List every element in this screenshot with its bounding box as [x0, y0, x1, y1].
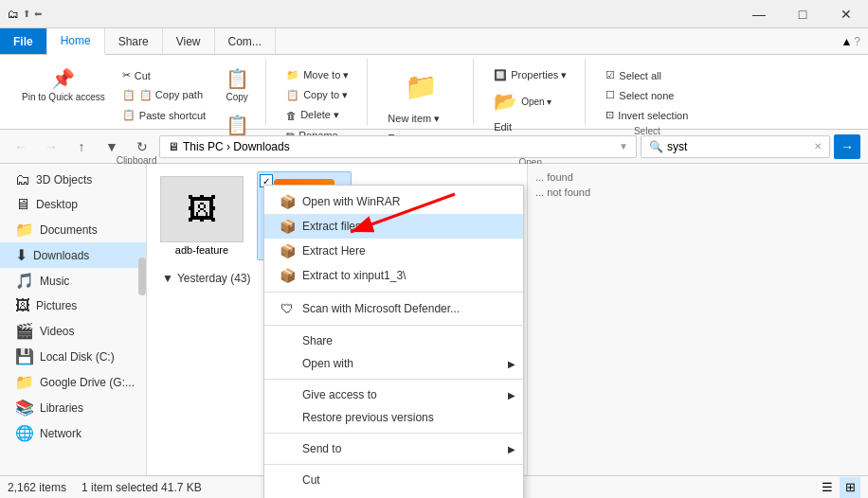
close-button[interactable]: ✕: [824, 0, 868, 28]
new-folder-button[interactable]: 📁: [381, 66, 461, 108]
search-input[interactable]: [667, 140, 810, 153]
extract-here-icon: 📦: [280, 243, 295, 258]
context-extract-to[interactable]: 📦 Extract to xinput1_3\: [264, 263, 523, 288]
libraries-icon: 📚: [15, 399, 34, 417]
network-icon: 🌐: [15, 424, 34, 442]
sidebar-item-videos[interactable]: 🎬 Videos: [0, 318, 146, 344]
title-bar-controls: — □ ✕: [737, 0, 868, 28]
address-icon: 🖥: [168, 140, 179, 153]
sidebar-item-libraries[interactable]: 📚 Libraries: [0, 395, 146, 420]
open-button[interactable]: 📂 Open ▾: [487, 86, 573, 116]
cut-button[interactable]: ✂ Cut: [116, 66, 212, 84]
invert-selection-button[interactable]: ⊡ Invert selection: [599, 106, 695, 124]
local-disk-icon: 💾: [15, 347, 34, 365]
search-go-button[interactable]: →: [834, 134, 860, 159]
organize-group: 📁 Move to ▾ 📋 Copy to ▾ 🗑 Delete ▾ ✏ Ren…: [268, 59, 368, 125]
details-view-button[interactable]: ☰: [817, 477, 838, 498]
open-with-label: Open with: [302, 357, 353, 370]
select-all-button[interactable]: ☑ Select all: [599, 66, 695, 84]
new-inner: 📁 New item ▾ Easy access ▾: [381, 59, 461, 148]
sidebar-item-desktop-label: Desktop: [36, 198, 78, 211]
context-extract-here[interactable]: 📦 Extract Here: [264, 239, 523, 263]
sidebar-item-network-label: Network: [40, 427, 81, 440]
edit-button[interactable]: Edit: [487, 118, 573, 135]
context-cut[interactable]: Cut: [264, 469, 523, 491]
address-path[interactable]: 🖥 This PC › Downloads ▼: [159, 135, 637, 158]
context-open-with[interactable]: Open with: [264, 352, 523, 375]
delete-label: Delete ▾: [300, 109, 339, 121]
context-extract-files[interactable]: 📦 Extract files...: [264, 214, 523, 239]
address-text: This PC › Downloads: [183, 140, 290, 153]
sidebar-item-3d-objects[interactable]: 🗂 3D Objects: [0, 168, 146, 192]
sidebar-item-downloads[interactable]: ⬇ Downloads: [0, 242, 146, 268]
sidebar-item-music[interactable]: 🎵 Music: [0, 268, 146, 293]
extract-files-icon: 📦: [280, 219, 295, 234]
sidebar-item-libraries-label: Libraries: [40, 401, 83, 415]
recent-locations-button[interactable]: ▼: [99, 134, 125, 159]
context-scan-defender[interactable]: 🛡 Scan with Microsoft Defender...: [264, 296, 523, 321]
up-button[interactable]: ↑: [68, 134, 95, 159]
context-open-winrar[interactable]: 📦 Open with WinRAR: [264, 189, 523, 214]
tab-view[interactable]: View: [163, 28, 215, 54]
context-copy[interactable]: Copy: [264, 491, 523, 498]
app-icon: 🗂: [8, 8, 19, 21]
sidebar-item-local-disk[interactable]: 💾 Local Disk (C:): [0, 344, 146, 369]
copy-to-button[interactable]: 📋 Copy to ▾: [280, 86, 355, 104]
forward-button[interactable]: →: [38, 134, 64, 159]
selected-info: 1 item selected 41.7 KB: [81, 481, 202, 494]
search-result-2: ... not found: [535, 187, 860, 198]
ribbon-right: ▲ ?: [841, 28, 868, 54]
context-restore-previous[interactable]: Restore previous versions: [264, 406, 523, 429]
search-clear-icon[interactable]: ✕: [814, 141, 822, 151]
3d-objects-icon: 🗂: [15, 171, 30, 188]
select-group: ☑ Select all ☐ Select none ⊡ Invert sele…: [588, 59, 706, 125]
select-none-button[interactable]: ☐ Select none: [599, 86, 695, 104]
sidebar-item-local-disk-label: Local Disk (C:): [40, 350, 115, 364]
large-icons-view-button[interactable]: ⊞: [840, 477, 860, 498]
properties-icon: 🔲: [494, 69, 507, 81]
file-item-adb-feature[interactable]: 🖼 adb-feature: [154, 171, 249, 260]
pin-button[interactable]: 📌 Pin to Quick access: [15, 62, 112, 107]
tab-file[interactable]: File: [0, 28, 47, 54]
sidebar-scrollbar[interactable]: [138, 258, 146, 295]
sidebar-item-documents[interactable]: 📁 Documents: [0, 217, 146, 242]
new-item-button[interactable]: New item ▾: [381, 110, 461, 128]
refresh-button[interactable]: ↻: [129, 134, 155, 159]
ribbon-collapse-btn[interactable]: ▲: [841, 35, 852, 48]
google-drive-icon: 📁: [15, 373, 34, 391]
title-bar-left: 🗂 ⬆ ⬅: [8, 8, 42, 21]
sidebar-item-network[interactable]: 🌐 Network: [0, 420, 146, 446]
yesterday-chevron: ▼: [162, 272, 173, 285]
context-send-to[interactable]: Send to: [264, 437, 523, 460]
context-share[interactable]: Share: [264, 329, 523, 352]
scan-icon: 🛡: [280, 301, 295, 316]
videos-icon: 🎬: [15, 322, 34, 340]
sidebar-item-desktop[interactable]: 🖥 Desktop: [0, 192, 146, 217]
ribbon: File Home Share View Com... ▲ ? 📌 Pin to…: [0, 28, 868, 130]
minimize-button[interactable]: —: [737, 0, 781, 28]
tab-share[interactable]: Share: [105, 28, 163, 54]
maximize-button[interactable]: □: [781, 0, 824, 28]
search-result-1: ... found: [535, 171, 860, 183]
select-none-icon: ☐: [606, 89, 615, 101]
open-label: Open ▾: [521, 97, 552, 107]
back-button[interactable]: ←: [8, 134, 34, 159]
context-give-access[interactable]: Give access to: [264, 383, 523, 406]
sidebar-item-pictures[interactable]: 🖼 Pictures: [0, 293, 146, 318]
delete-button[interactable]: 🗑 Delete ▾: [280, 106, 355, 124]
documents-icon: 📁: [15, 221, 34, 239]
move-to-button[interactable]: 📁 Move to ▾: [280, 66, 355, 84]
copy-button[interactable]: 📋 Copy: [216, 62, 258, 107]
properties-button[interactable]: 🔲 Properties ▾: [487, 66, 573, 84]
copy-path-button[interactable]: 📋 📋 Copy path: [116, 86, 212, 104]
sidebar-item-google-drive[interactable]: 📁 Google Drive (G:...: [0, 369, 146, 395]
tab-home[interactable]: Home: [47, 28, 105, 55]
copy-path-label: 📋 Copy path: [139, 89, 203, 101]
copy-path-icon: 📋: [122, 89, 136, 101]
tab-computer[interactable]: Com...: [215, 28, 276, 54]
sep3: [264, 379, 523, 380]
search-box[interactable]: 🔍 ✕: [641, 135, 830, 158]
clipboard-group: 📌 Pin to Quick access ✂ Cut 📋 📋 Copy pat…: [8, 59, 266, 125]
paste-shortcut-button[interactable]: 📋 Paste shortcut: [116, 106, 212, 124]
search-results-panel: ... found ... not found: [527, 164, 868, 476]
